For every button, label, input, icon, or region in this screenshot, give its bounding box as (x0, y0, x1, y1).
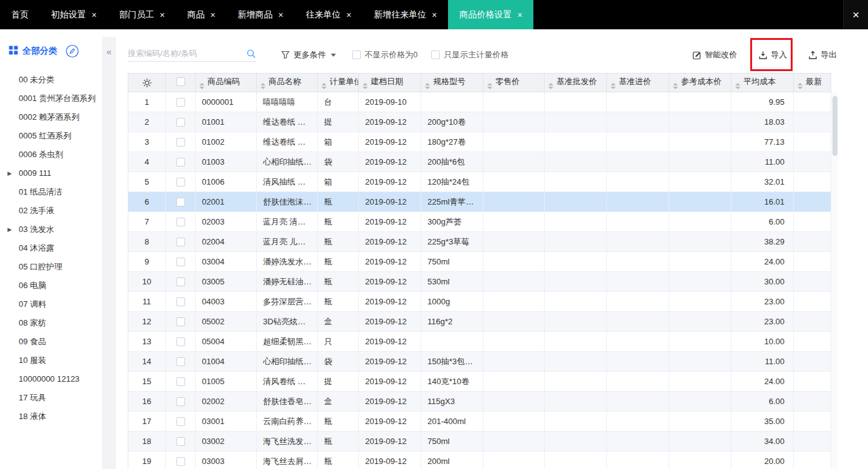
category-item[interactable]: 0001 贵州茅台酒系列 (0, 89, 102, 108)
smart-reprice-button[interactable]: 智能改价 (691, 47, 738, 63)
row-checkbox[interactable] (176, 138, 185, 147)
category-item[interactable]: 18 液体 (0, 407, 102, 426)
row-checkbox[interactable] (176, 457, 185, 466)
tab[interactable]: 商品× (176, 0, 226, 29)
tab-close-icon[interactable]: × (432, 10, 437, 20)
row-checkbox[interactable] (176, 337, 185, 346)
sort-icon[interactable] (363, 83, 368, 89)
table-row[interactable]: 401003心相印抽纸…袋2019-09-12200抽*6包11.00 (128, 152, 831, 172)
column-header-retail[interactable]: 零售价 (484, 74, 545, 92)
import-button[interactable]: 导入 (757, 47, 788, 63)
table-row[interactable]: 1703001云南白药养…瓶2019-09-12201-400ml35.00 (128, 412, 831, 432)
close-window-button[interactable]: × (843, 0, 868, 29)
tab-close-icon[interactable]: × (279, 10, 284, 20)
row-checkbox[interactable] (176, 218, 185, 226)
category-item[interactable]: 04 沐浴露 (0, 239, 102, 258)
hide-zero-price-checkbox-group[interactable]: 不显示价格为0 (352, 49, 417, 60)
row-checkbox[interactable] (176, 397, 185, 406)
category-item[interactable]: 10 服装 (0, 351, 102, 370)
table-row[interactable]: 602001舒肤佳泡沫…瓶2019-09-12225ml青苹…16.01 (128, 192, 831, 212)
column-header-code[interactable]: 商品编码 (196, 74, 257, 92)
sort-icon[interactable] (611, 83, 616, 89)
sort-icon[interactable] (548, 83, 553, 89)
sort-icon[interactable] (798, 83, 803, 89)
collapse-sidebar-button[interactable]: « (107, 47, 112, 56)
row-checkbox[interactable] (176, 357, 185, 366)
category-item[interactable]: 00 未分类 (0, 70, 102, 89)
tab[interactable]: 首页 (0, 0, 40, 29)
row-checkbox[interactable] (176, 198, 185, 206)
table-row[interactable]: 10000001嘻嘻嘻嘻台2019-09-109.95 (128, 92, 831, 112)
table-row[interactable]: 903004潘婷洗发水…瓶2019-09-12750ml24.00 (128, 252, 831, 272)
table-row[interactable]: 1305004超细柔韧黑…只2019-09-1210.00 (128, 332, 831, 352)
tab-active[interactable]: 商品价格设置× (448, 0, 533, 29)
sort-icon[interactable] (735, 83, 740, 89)
category-item[interactable]: 0002 赖茅酒系列 (0, 108, 102, 127)
select-all-checkbox[interactable] (176, 77, 185, 86)
category-item[interactable]: ▶03 洗发水 (0, 220, 102, 239)
more-conditions-dropdown[interactable]: 更多条件 (281, 49, 336, 60)
column-header-spec[interactable]: 规格型号 (421, 74, 484, 92)
category-item[interactable]: 05 口腔护理 (0, 258, 102, 276)
category-item[interactable]: 0005 红酒系列 (0, 127, 102, 145)
tab[interactable]: 部门员工× (108, 0, 176, 29)
table-row[interactable]: 1903003海飞丝去屑…瓶2019-09-12200ml20.00 (128, 452, 831, 469)
row-checkbox[interactable] (176, 98, 185, 107)
table-row[interactable]: 1803002海飞丝洗发…瓶2019-09-12750ml34.00 (128, 432, 831, 452)
category-item[interactable]: 07 调料 (0, 295, 102, 314)
tab[interactable]: 往来单位× (295, 0, 363, 29)
table-row[interactable]: 301002维达卷纸 …箱2019-09-12180g*27卷77.13 (128, 132, 831, 152)
tab[interactable]: 新增往来单位× (363, 0, 448, 29)
row-checkbox[interactable] (176, 238, 185, 246)
table-row[interactable]: 12050023D钻亮炫…盒2019-09-12116g*223.00 (128, 312, 831, 332)
tab-close-icon[interactable]: × (160, 10, 165, 20)
row-checkbox[interactable] (176, 297, 185, 306)
tab[interactable]: 新增商品× (227, 0, 295, 29)
category-item[interactable]: 06 电脑 (0, 276, 102, 295)
column-header-unit[interactable]: 计量单位 (318, 74, 359, 92)
category-item[interactable]: 10000000 12123 (0, 370, 102, 389)
tab-close-icon[interactable]: × (346, 10, 351, 20)
hide-zero-price-checkbox[interactable] (352, 51, 361, 59)
category-item[interactable]: ▶0009 111 (0, 164, 102, 183)
row-checkbox[interactable] (176, 417, 185, 426)
table-row[interactable]: 501006清风抽纸 …箱2019-09-12120抽*24包32.01 (128, 172, 831, 192)
category-item[interactable]: 02 洗手液 (0, 201, 102, 220)
row-checkbox[interactable] (176, 377, 185, 386)
export-button[interactable]: 导出 (807, 47, 838, 63)
row-checkbox[interactable] (176, 317, 185, 326)
table-row[interactable]: 1104003多芬深层营…瓶2019-09-121000g23.00 (128, 292, 831, 312)
tab[interactable]: 初始设置× (40, 0, 108, 29)
scrollbar-thumb[interactable] (832, 96, 837, 156)
edit-categories-icon[interactable] (65, 44, 79, 58)
search-icon[interactable] (246, 49, 256, 59)
table-row[interactable]: 1003005潘婷无硅油…瓶2019-09-12530ml30.00 (128, 272, 831, 292)
search-input[interactable] (128, 49, 246, 58)
column-header-purchase[interactable]: 基准进价 (607, 74, 669, 92)
category-item[interactable]: 17 玩具 (0, 389, 102, 407)
tab-close-icon[interactable]: × (517, 10, 522, 20)
table-row[interactable]: 201001维达卷纸 …提2019-09-12200g*10卷18.03 (128, 112, 831, 132)
table-row[interactable]: 802004蓝月亮 儿…瓶2019-09-12225g*3草莓38.29 (128, 232, 831, 252)
sort-icon[interactable] (673, 83, 678, 89)
category-item[interactable]: 0006 杀虫剂 (0, 145, 102, 164)
tab-close-icon[interactable]: × (210, 10, 215, 20)
sort-icon[interactable] (425, 83, 430, 89)
expand-arrow-icon[interactable]: ▶ (7, 220, 12, 239)
column-header-refcost[interactable]: 参考成本价 (669, 74, 732, 92)
category-item[interactable]: 01 纸品清洁 (0, 183, 102, 201)
expand-arrow-icon[interactable]: ▶ (7, 164, 12, 183)
only-main-unit-checkbox-group[interactable]: 只显示主计量价格 (431, 49, 508, 60)
column-header-date[interactable]: 建档日期 (359, 74, 421, 92)
table-row[interactable]: 1501005清风卷纸 …提2019-09-12140克*10卷24.00 (128, 372, 831, 392)
column-header-latest[interactable]: 最新 (794, 74, 831, 92)
tab-close-icon[interactable]: × (92, 10, 97, 20)
sort-icon[interactable] (322, 83, 327, 89)
vertical-scrollbar[interactable] (831, 92, 838, 469)
table-row[interactable]: 1602002舒肤佳香皂…盒2019-09-12115gX36.00 (128, 392, 831, 412)
sidebar-title[interactable]: 全部分类 (22, 46, 57, 57)
row-checkbox[interactable] (176, 118, 185, 127)
sort-icon[interactable] (487, 83, 492, 89)
table-row[interactable]: 1401004心相印抽纸…袋2019-09-12150抽*3包…11.00 (128, 352, 831, 372)
row-checkbox[interactable] (176, 258, 185, 266)
